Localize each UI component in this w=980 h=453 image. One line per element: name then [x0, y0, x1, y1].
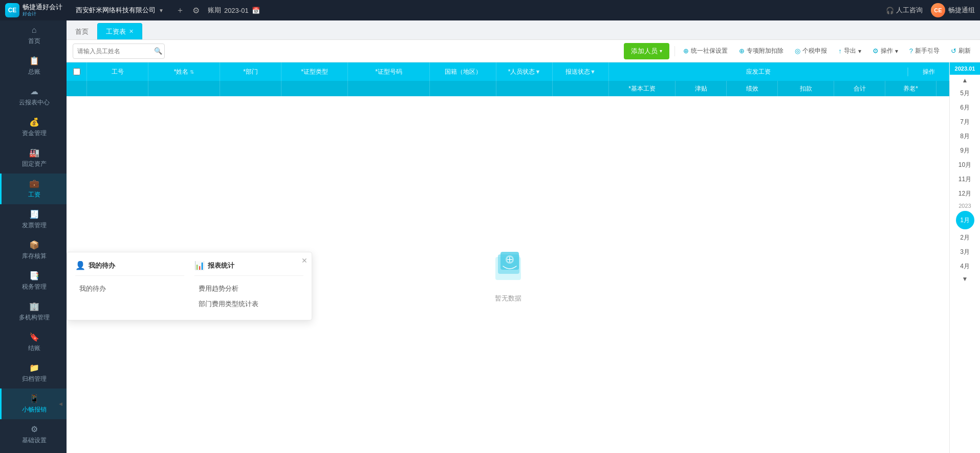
th-total[interactable]: 合计 — [834, 81, 885, 96]
sidebar-label-reports: 云报表中心 — [19, 98, 50, 107]
th-id-type[interactable]: *证型类型 — [281, 62, 348, 81]
period-label: 账期 — [208, 6, 221, 15]
person-status-filter-icon[interactable]: ▼ — [535, 69, 540, 75]
user-area[interactable]: CE 畅捷通组 — [931, 3, 975, 17]
add-chevron-icon: ▾ — [660, 48, 662, 54]
send-status-filter-icon[interactable]: ▼ — [590, 69, 596, 75]
month-item-2[interactable]: 2月 — [950, 230, 980, 245]
th-bonus[interactable]: 绩效 — [727, 81, 778, 96]
sidebar-item-tax[interactable]: 📑 税务管理 — [0, 266, 67, 296]
sidebar-label-home: 首页 — [28, 37, 40, 46]
popup-item-cost-trend[interactable]: 费用趋势分析 — [194, 281, 303, 296]
guide-btn[interactable]: ? 新手引导 — [906, 45, 943, 57]
invoice-icon: 🧾 — [29, 209, 39, 219]
sidebar-label-invoice: 发票管理 — [22, 221, 47, 230]
export-btn[interactable]: ↑ 导出 ▾ — [835, 45, 864, 57]
th-subsidy[interactable]: 津贴 — [676, 81, 727, 96]
social-security-label: 统一社保设置 — [691, 47, 728, 55]
social-security-btn[interactable]: ⊕ 统一社保设置 — [680, 45, 731, 57]
sidebar-label-inventory: 库存核算 — [22, 252, 47, 261]
sidebar-label-expense: 小畅报销 — [22, 405, 47, 414]
add-icon[interactable]: ＋ — [174, 3, 186, 18]
month-nav-up[interactable]: ▲ — [950, 75, 980, 86]
payroll-icon: 💼 — [29, 179, 39, 188]
th-dept[interactable]: *部门 — [220, 62, 281, 81]
tax-declare-btn[interactable]: ◎ 个税申报 — [792, 45, 830, 57]
sidebar-item-inventory[interactable]: 📦 库存核算 — [0, 235, 67, 266]
th-base-salary[interactable]: *基本工资 — [609, 81, 676, 96]
month-item-1[interactable]: 1月 — [956, 211, 974, 229]
deduction-btn[interactable]: ⊕ 专项附加扣除 — [736, 45, 787, 57]
sidebar-item-settings[interactable]: ⚙ 基础设置 — [0, 419, 67, 450]
refresh-btn[interactable]: ↺ 刷新 — [948, 45, 974, 57]
th2-country — [430, 81, 496, 96]
sidebar-item-ledger[interactable]: 📋 总账 — [0, 51, 67, 81]
month-item-8[interactable]: 8月 — [950, 129, 980, 143]
avatar: CE — [931, 3, 945, 17]
th-checkbox[interactable] — [67, 62, 87, 81]
month-item-9[interactable]: 9月 — [950, 143, 980, 158]
popup-item-my-todo[interactable]: 我的待办 — [75, 281, 184, 296]
month-nav-down[interactable]: ▼ — [950, 273, 980, 285]
refresh-label: 刷新 — [959, 47, 971, 55]
export-chevron-icon: ▾ — [858, 48, 861, 55]
sidebar-item-assets[interactable]: 🏭 固定资产 — [0, 143, 67, 174]
month-item-3[interactable]: 3月 — [950, 245, 980, 259]
month-item-6[interactable]: 6月 — [950, 100, 980, 115]
month-item-4[interactable]: 4月 — [950, 259, 980, 273]
th-deduct[interactable]: 扣款 — [778, 81, 834, 96]
table-header-row1: 工号 *姓名 ⇅ *部门 *证型类型 *证型号码 — [67, 62, 949, 81]
company-selector[interactable]: 西安虾米网络科技有限公司 ▼ — [72, 4, 168, 17]
sidebar-item-invoice[interactable]: 🧾 发票管理 — [0, 204, 67, 235]
archive-icon: 📁 — [29, 363, 39, 373]
sidebar-item-payroll[interactable]: 💼 工资 — [0, 174, 67, 204]
sidebar-item-close[interactable]: 🔖 结账 — [0, 327, 67, 358]
popup-item-dept-cost[interactable]: 部门费用类型统计表 — [194, 296, 303, 312]
tab-home[interactable]: 首页 — [67, 23, 97, 39]
tab-home-label: 首页 — [75, 27, 89, 36]
search-box[interactable]: 🔍 — [73, 44, 165, 59]
year-2023-label: 2023 — [950, 201, 980, 210]
th-name[interactable]: *姓名 ⇅ — [148, 62, 220, 81]
settings-icon[interactable]: ⚙ — [190, 4, 202, 17]
sidebar-item-multiorg[interactable]: 🏢 多机构管理 — [0, 296, 67, 327]
expense-icon: 📱 — [29, 394, 39, 403]
select-all-checkbox[interactable] — [73, 68, 80, 75]
tab-payroll[interactable]: 工资表 ✕ — [97, 23, 142, 39]
th-id-num[interactable]: *证型号码 — [348, 62, 430, 81]
th2-name — [148, 81, 220, 96]
th2-number — [87, 81, 148, 96]
th-pension[interactable]: 养老* — [885, 81, 937, 96]
th-country[interactable]: 国籍（地区） — [430, 62, 496, 81]
sidebar-label-assets: 固定资产 — [22, 160, 47, 168]
th-person-status[interactable]: *人员状态 ▼ — [496, 62, 553, 81]
tab-close-icon[interactable]: ✕ — [129, 28, 134, 35]
th-send-status[interactable]: 报送状态 ▼ — [553, 62, 609, 81]
month-item-11[interactable]: 11月 — [950, 172, 980, 186]
th-number[interactable]: 工号 — [87, 62, 148, 81]
sidebar-item-funds[interactable]: 💰 资金管理 — [0, 112, 67, 143]
sidebar-item-reports[interactable]: ☁ 云报表中心 — [0, 81, 67, 112]
operate-btn[interactable]: ⚙ 操作 ▾ — [869, 45, 901, 57]
tax-declare-label: 个税申报 — [802, 47, 827, 55]
tax-declare-icon: ◎ — [795, 47, 800, 55]
search-input[interactable] — [77, 48, 154, 55]
sidebar-item-archive[interactable]: 📁 归档管理 — [0, 358, 67, 389]
add-person-button[interactable]: 添加人员 ▾ — [624, 43, 669, 59]
ledger-icon: 📋 — [29, 56, 39, 66]
sidebar-item-guide[interactable]: ▶ 新手引导 — [0, 450, 67, 453]
month-item-12[interactable]: 12月 — [950, 186, 980, 201]
month-item-10[interactable]: 10月 — [950, 158, 980, 172]
calendar-icon[interactable]: 📅 — [252, 7, 260, 14]
empty-illustration — [488, 247, 529, 288]
sidebar-item-expense[interactable]: 📱 小畅报销 ◀ — [0, 389, 67, 419]
stats-icon: 📊 — [194, 261, 205, 270]
month-item-5[interactable]: 5月 — [950, 86, 980, 100]
support-button[interactable]: 🎧 人工咨询 — [886, 6, 923, 15]
month-item-7[interactable]: 7月 — [950, 115, 980, 129]
sidebar-item-home[interactable]: ⌂ 首页 — [0, 20, 67, 51]
popup-close-icon[interactable]: ✕ — [301, 256, 308, 265]
th-ops: 操作 — [908, 62, 949, 81]
name-sort-icon: ⇅ — [190, 69, 194, 75]
close-period-icon: 🔖 — [29, 332, 39, 342]
